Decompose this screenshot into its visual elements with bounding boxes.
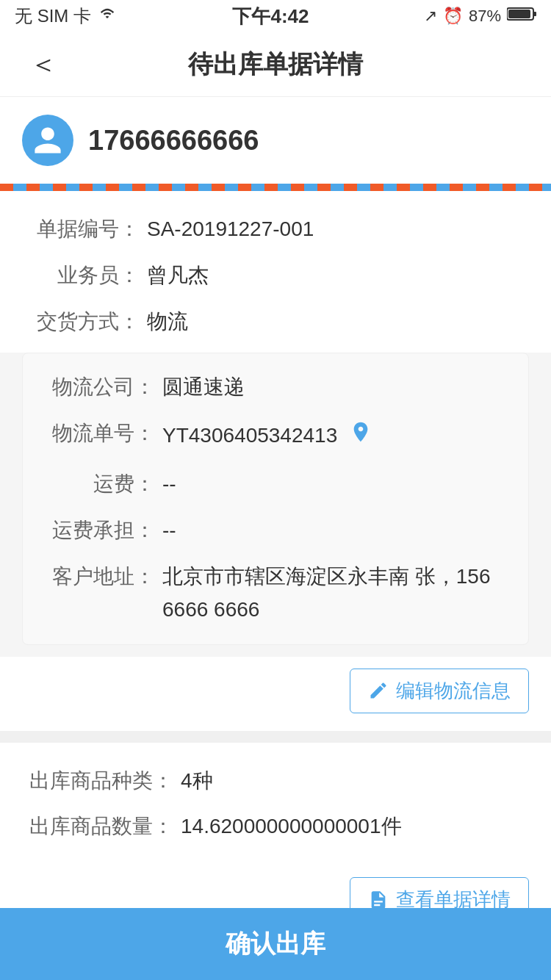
user-avatar-icon [32, 124, 64, 156]
battery-text: 87% [469, 7, 501, 26]
logistics-freight-label: 运费： [45, 468, 155, 501]
product-quantity-value: 14.620000000000001件 [181, 810, 522, 843]
logistics-freight-bearer-row: 运费承担： -- [45, 514, 506, 547]
delivery-row: 交货方式： 物流 [29, 306, 522, 339]
product-types-row: 出库商品种类： 4种 [29, 765, 522, 798]
status-right: ↗ ⏰ 87% [424, 7, 536, 26]
salesperson-row: 业务员： 曾凡杰 [29, 259, 522, 292]
back-button[interactable]: ＜ [22, 38, 65, 90]
carrier-text: 无 SIM 卡 [15, 4, 91, 28]
avatar [22, 115, 73, 166]
edit-logistics-area: 编辑物流信息 [0, 657, 551, 731]
salesperson-label: 业务员： [29, 259, 140, 292]
document-icon [368, 890, 389, 910]
tracking-number: YT4306405342413 [162, 419, 337, 453]
nav-bar: ＜ 待出库单据详情 [0, 32, 551, 97]
logistics-tracking-label: 物流单号： [45, 417, 155, 450]
confirm-button-label: 确认出库 [226, 929, 325, 957]
product-types-label: 出库商品种类： [29, 765, 173, 798]
product-quantity-label: 出库商品数量： [29, 810, 173, 843]
document-label: 单据编号： [29, 213, 140, 246]
logistics-address-label: 客户地址： [45, 561, 155, 594]
status-left: 无 SIM 卡 [15, 4, 118, 28]
logistics-company-row: 物流公司： 圆通速递 [45, 371, 506, 404]
logistics-freight-value: -- [162, 468, 506, 501]
delivery-value: 物流 [147, 306, 522, 339]
wifi-icon [97, 6, 118, 26]
page-title: 待出库单据详情 [188, 48, 363, 82]
logistics-tracking-value: YT4306405342413 [162, 417, 506, 455]
logistics-freight-row: 运费： -- [45, 468, 506, 501]
logistics-tracking-row: 物流单号： YT4306405342413 [45, 417, 506, 455]
status-time: 下午4:42 [232, 4, 309, 29]
product-quantity-row: 出库商品数量： 14.620000000000001件 [29, 810, 522, 843]
logistics-card: 物流公司： 圆通速递 物流单号： YT4306405342413 运费： -- … [22, 353, 529, 644]
svg-rect-2 [508, 10, 530, 18]
customer-phone: 17666666666 [88, 125, 259, 156]
location-status-icon: ↗ [424, 7, 437, 26]
edit-logistics-button[interactable]: 编辑物流信息 [350, 669, 529, 713]
salesperson-value: 曾凡杰 [147, 259, 522, 292]
customer-header: 17666666666 [0, 97, 551, 184]
document-value: SA-20191227-001 [147, 213, 522, 246]
status-bar: 无 SIM 卡 下午4:42 ↗ ⏰ 87% [0, 0, 551, 32]
map-pin-icon[interactable] [349, 417, 372, 455]
logistics-company-value: 圆通速递 [162, 371, 506, 404]
basic-info-section: 单据编号： SA-20191227-001 业务员： 曾凡杰 交货方式： 物流 [0, 191, 551, 353]
logistics-freight-bearer-value: -- [162, 514, 506, 547]
alarm-icon: ⏰ [443, 7, 463, 26]
battery-icon [507, 7, 536, 26]
svg-rect-1 [533, 12, 536, 16]
logistics-company-label: 物流公司： [45, 371, 155, 404]
logistics-freight-bearer-label: 运费承担： [45, 514, 155, 547]
dashed-divider [0, 184, 551, 191]
logistics-address-row: 客户地址： 北京市市辖区海淀区永丰南 张，156 6666 6666 [45, 561, 506, 627]
products-section: 出库商品种类： 4种 出库商品数量： 14.620000000000001件 [0, 743, 551, 866]
product-types-value: 4种 [181, 765, 522, 798]
gray-separator [0, 731, 551, 743]
delivery-label: 交货方式： [29, 306, 140, 339]
confirm-button-area[interactable]: 确认出库 [0, 908, 551, 980]
edit-icon [368, 680, 389, 701]
edit-logistics-label: 编辑物流信息 [396, 678, 511, 704]
logistics-address-value: 北京市市辖区海淀区永丰南 张，156 6666 6666 [162, 561, 506, 627]
document-row: 单据编号： SA-20191227-001 [29, 213, 522, 246]
